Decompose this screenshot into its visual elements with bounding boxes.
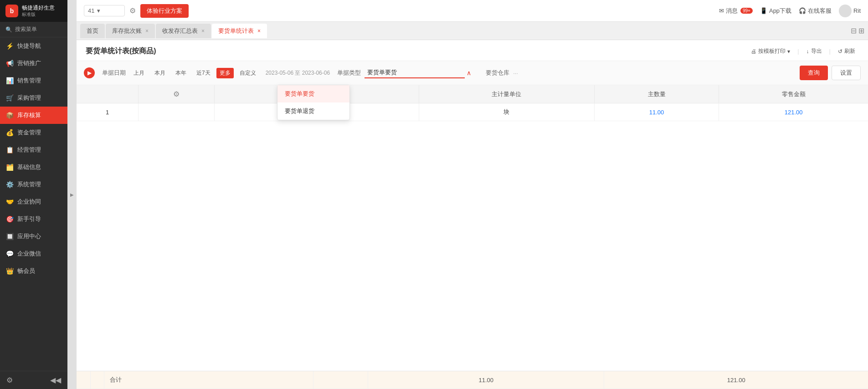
date-btn-more[interactable]: 更多	[216, 68, 234, 78]
message-icon: ✉	[719, 7, 724, 14]
chevron-down-icon: ▾	[787, 48, 790, 55]
settings-btn[interactable]: 设置	[832, 66, 861, 80]
tab-receipt-summary[interactable]: 收发存汇总表 ×	[156, 24, 211, 38]
sidebar-item-basic[interactable]: 🗂️ 基础信息	[0, 159, 67, 176]
tab-batch-account[interactable]: 库存批次账 ×	[106, 24, 155, 38]
type-dropdown-arrow[interactable]: ∧	[467, 69, 471, 77]
sidebar-item-label: 企业微信	[17, 250, 41, 258]
app-download-label: App下载	[769, 7, 791, 15]
tab-close-receipt-summary[interactable]: ×	[201, 28, 205, 34]
vip-icon: 👑	[5, 267, 14, 275]
table-settings-icon[interactable]: ⚙	[173, 90, 180, 98]
search-icon: 🔍	[5, 26, 12, 33]
sidebar-item-finance[interactable]: 💰 资金管理	[0, 124, 67, 141]
tab-order-summary-label: 要货单统计表	[218, 27, 254, 35]
settings-icon[interactable]: ⚙	[6, 376, 13, 384]
cell-empty	[139, 103, 215, 121]
sidebar-item-wechat[interactable]: 💬 企业微信	[0, 245, 67, 262]
cell-unit: 块	[419, 103, 594, 121]
col-quantity: 主数量	[594, 85, 719, 103]
dropdown-item-order-return[interactable]: 要货单退货	[277, 102, 349, 120]
date-range-display: 2023-05-06 至 2023-06-06	[266, 69, 330, 77]
industry-btn[interactable]: 体验行业方案	[140, 4, 189, 18]
data-table: ⚙ 商品 主计量单位 主数量 零售金额	[77, 85, 868, 121]
date-btn-this-month[interactable]: 本月	[150, 67, 169, 79]
print-btn[interactable]: 🖨 按模板打印 ▾	[747, 46, 794, 57]
app-download-btn[interactable]: 📱 App下载	[760, 7, 791, 15]
sidebar-item-sales[interactable]: 📊 销售管理	[0, 72, 67, 89]
table-header-row: ⚙ 商品 主计量单位 主数量 零售金额	[77, 85, 868, 103]
refresh-btn[interactable]: ↺ 刷新	[834, 46, 859, 57]
expand-btn[interactable]: ⊞	[858, 26, 864, 35]
date-btn-this-year[interactable]: 本年	[171, 67, 190, 79]
filter-expand-btn[interactable]: ▶	[84, 67, 95, 78]
marketing-icon: 📢	[5, 59, 14, 67]
sidebar-item-vip[interactable]: 👑 畅会员	[0, 262, 67, 280]
phone-icon: 📱	[760, 7, 767, 14]
refresh-label: 刷新	[844, 47, 855, 55]
tab-home-label: 首页	[87, 27, 98, 35]
collab-icon: 🤝	[5, 198, 14, 206]
basic-icon: 🗂️	[5, 163, 14, 171]
footer-total-label: 合计	[104, 371, 313, 389]
sidebar-item-appstore[interactable]: 🔲 应用中心	[0, 228, 67, 245]
messages-badge: 99+	[740, 8, 753, 14]
tab-receipt-summary-label: 收发存汇总表	[162, 27, 198, 35]
sidebar-item-label: 基础信息	[17, 163, 41, 171]
tab-order-summary[interactable]: 要货单统计表 ×	[212, 24, 267, 38]
sidebar-item-label: 畅会员	[17, 267, 35, 275]
sidebar-item-inventory[interactable]: 📦 库存核算	[0, 107, 67, 124]
export-icon: ↓	[806, 48, 809, 55]
store-selector[interactable]: 41 ▾	[84, 5, 125, 16]
minimize-btn[interactable]: ⊟	[851, 26, 857, 35]
col-seq	[77, 85, 139, 103]
sidebar-item-system[interactable]: ⚙️ 系统管理	[0, 176, 67, 193]
appstore-icon: 🔲	[5, 232, 14, 241]
topbar-gear-icon[interactable]: ⚙	[129, 6, 136, 15]
user-avatar[interactable]: Rit	[839, 5, 861, 17]
filter-bar: ▶ 单据日期 上月 本月 本年 近7天 更多 自定义 2023-05-06 至 …	[77, 61, 868, 85]
sidebar-item-label: 采购管理	[17, 94, 41, 102]
print-icon: 🖨	[751, 48, 756, 55]
search-menu[interactable]: 🔍 搜索菜单	[0, 22, 67, 37]
footer-row: 合计 11.00 121.00	[77, 371, 868, 389]
online-service-label: 在线客服	[808, 7, 832, 15]
sidebar-collapse-btn[interactable]: ▶	[67, 0, 77, 389]
sidebar-item-marketing[interactable]: 📢 营销推广	[0, 55, 67, 72]
type-input[interactable]	[365, 68, 465, 78]
warehouse-dots-icon[interactable]: ···	[513, 70, 518, 77]
tab-close-order-summary[interactable]: ×	[257, 28, 261, 34]
messages-btn[interactable]: ✉ 消息 99+	[719, 7, 753, 15]
sidebar-item-quick-nav[interactable]: ⚡ 快捷导航	[0, 37, 67, 55]
sidebar-item-operation[interactable]: 📋 经营管理	[0, 141, 67, 159]
tab-close-batch-account[interactable]: ×	[145, 28, 149, 34]
sidebar-footer: ⚙ ◀◀	[0, 371, 67, 389]
date-btn-last-7days[interactable]: 近7天	[192, 67, 215, 79]
quick-nav-icon: ⚡	[5, 42, 14, 50]
date-btn-last-month[interactable]: 上月	[129, 67, 149, 79]
print-label: 按模板打印	[758, 47, 786, 55]
date-btn-custom[interactable]: 自定义	[236, 67, 260, 79]
content-area: 要货单统计表(按商品) 🖨 按模板打印 ▾ | ↓ 导出 | ↺ 刷新	[77, 40, 868, 389]
dropdown-item-order-goods[interactable]: 要货单要货	[277, 85, 349, 102]
sidebar-item-guide[interactable]: 🎯 新手引导	[0, 210, 67, 228]
topbar: 41 ▾ ⚙ 体验行业方案 ✉ 消息 99+ 📱 App下载 🎧 在线客服 R	[77, 0, 868, 22]
date-label: 单据日期	[102, 69, 126, 77]
online-service-btn[interactable]: 🎧 在线客服	[799, 7, 832, 15]
sidebar-item-purchase[interactable]: 🛒 采购管理	[0, 89, 67, 107]
query-btn[interactable]: 查询	[800, 66, 828, 80]
tab-home[interactable]: 首页	[80, 24, 105, 38]
tabbar: 首页 库存批次账 × 收发存汇总表 × 要货单统计表 × ⊟ ⊞	[77, 22, 868, 40]
sidebar-item-label: 资金管理	[17, 128, 41, 137]
type-label: 单据类型	[337, 69, 361, 77]
refresh-icon: ↺	[838, 48, 842, 55]
sidebar-item-collab[interactable]: 🤝 企业协同	[0, 193, 67, 210]
finance-icon: 💰	[5, 128, 14, 137]
export-btn[interactable]: ↓ 导出	[803, 46, 826, 57]
store-selector-value: 41	[88, 7, 94, 14]
collapse-icon[interactable]: ◀◀	[50, 376, 61, 384]
logo-icon: b	[5, 5, 18, 17]
sidebar-item-label: 应用中心	[17, 232, 41, 241]
search-label: 搜索菜单	[15, 26, 37, 33]
col-settings[interactable]: ⚙	[139, 85, 215, 103]
